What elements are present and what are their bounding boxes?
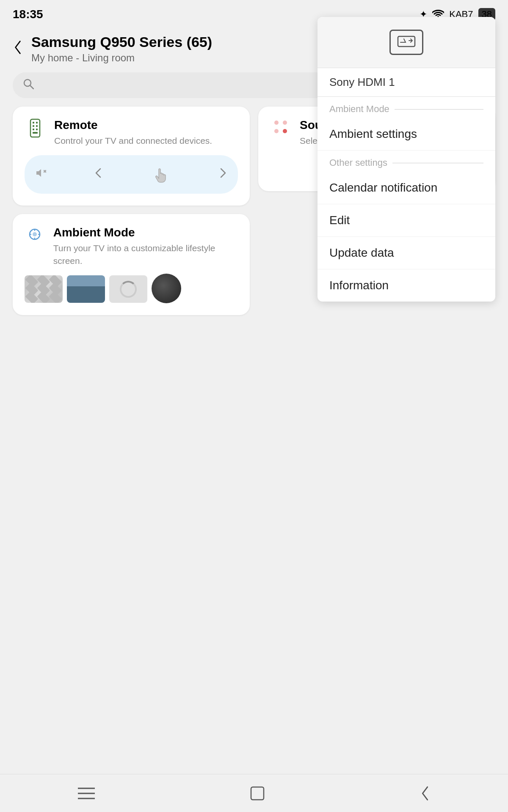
mute-button[interactable] [35,167,47,182]
svg-rect-8 [36,129,38,130]
next-button[interactable] [218,167,228,182]
svg-rect-7 [33,129,34,130]
edit-item[interactable]: Edit [318,204,495,237]
ambient-card-header: Ambient Mode Turn your TV into a customi… [25,226,238,267]
remote-card[interactable]: Remote Control your TV and connected dev… [13,107,250,206]
svg-line-1 [30,85,33,89]
remote-card-text: Remote Control your TV and connected dev… [54,118,212,147]
information-item[interactable]: Information [318,269,495,302]
calendar-notification-item[interactable]: Calendar notification [318,172,495,204]
back-nav-button[interactable] [403,781,447,806]
header-title-block: Samsung Q950 Series (65) My home - Livin… [31,34,212,64]
search-icon [23,78,34,92]
status-time: 18:35 [13,8,43,21]
menu-button[interactable] [61,782,112,804]
svg-rect-18 [398,36,415,47]
home-button[interactable] [233,782,282,805]
ambient-thumb-3 [109,275,147,303]
dropdown-other-section: Other settings [318,151,495,172]
svg-rect-9 [33,132,38,134]
dropdown-source-preview [318,17,495,68]
ambient-icon [25,226,45,247]
svg-rect-5 [33,125,34,127]
svg-point-12 [274,121,279,125]
source-icon [270,118,291,139]
svg-rect-2 [30,119,40,137]
device-title: Samsung Q950 Series (65) [31,34,212,50]
bottom-nav [0,774,508,812]
svg-point-17 [33,232,37,236]
ambient-card-title: Ambient Mode [53,226,238,239]
ambient-card[interactable]: Ambient Mode Turn your TV into a customi… [13,214,250,315]
dropdown-ambient-section: Ambient Mode [318,97,495,118]
remote-card-desc: Control your TV and connected devices. [54,134,212,147]
prev-button[interactable] [94,167,103,182]
svg-point-14 [274,129,279,133]
remote-icon [25,118,46,142]
hand-cursor-icon [150,162,171,187]
ambient-thumb-1 [25,275,63,303]
svg-rect-4 [36,122,38,123]
remote-card-title: Remote [54,118,212,132]
ambient-settings-item[interactable]: Ambient settings [318,118,495,151]
svg-point-13 [283,121,287,125]
source-preview-icon [389,30,423,55]
svg-rect-6 [36,125,38,127]
remote-card-header: Remote Control your TV and connected dev… [25,118,238,147]
remote-controls[interactable] [25,155,238,194]
update-data-item[interactable]: Update data [318,237,495,269]
ambient-thumbnails [25,275,238,303]
svg-point-15 [283,129,287,133]
dropdown-menu: Sony HDMI 1 Ambient Mode Ambient setting… [318,17,495,302]
svg-rect-22 [251,787,264,800]
svg-rect-3 [33,122,34,123]
ambient-card-desc: Turn your TV into a customizable lifesty… [53,242,238,267]
ambient-thumb-4 [152,274,181,303]
device-subtitle: My home - Living room [31,52,212,64]
dropdown-source-name: Sony HDMI 1 [318,68,495,97]
ambient-thumb-2 [67,275,105,303]
ambient-card-text: Ambient Mode Turn your TV into a customi… [53,226,238,267]
back-button[interactable] [13,40,23,58]
